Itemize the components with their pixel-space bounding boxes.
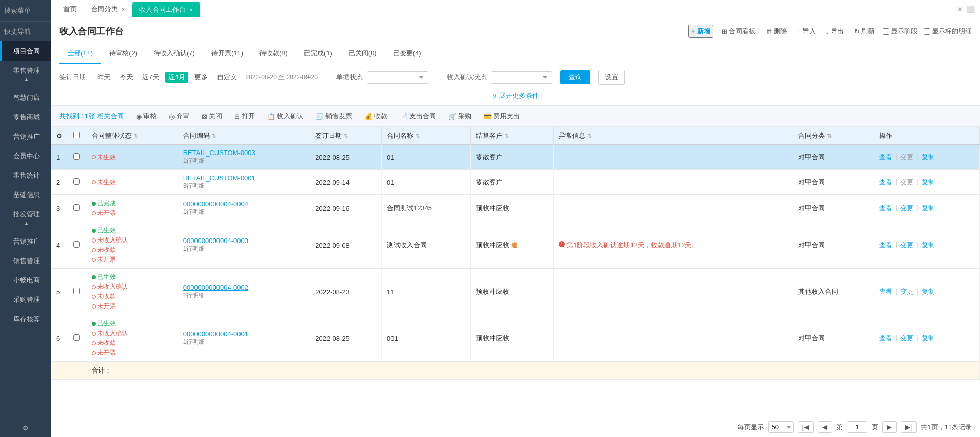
filter-tab-all[interactable]: 全部(11): [59, 43, 101, 64]
per-page-select[interactable]: 50 100 200: [768, 421, 794, 433]
filter-tab-pending-payment[interactable]: 待收款(8): [251, 43, 296, 64]
filter-tab-pending-confirm[interactable]: 待收入确认(7): [145, 43, 203, 64]
sidebar-quick-nav[interactable]: 快捷导航: [0, 22, 51, 41]
sidebar-item-member-center[interactable]: 会员中心: [0, 146, 51, 166]
doc-status-select[interactable]: [367, 71, 428, 84]
view-link[interactable]: 查看: [879, 178, 892, 187]
date-opt-more[interactable]: 更多: [191, 72, 211, 83]
delete-button[interactable]: 🗑 删除: [764, 26, 789, 37]
row-checkbox[interactable]: [68, 222, 86, 269]
filter-tab-completed[interactable]: 已完成(1): [296, 43, 340, 64]
sidebar-settings[interactable]: ⚙: [0, 419, 51, 437]
edit-link[interactable]: 变更: [900, 334, 913, 343]
contract-link[interactable]: 0000000000004-0004: [183, 200, 248, 208]
filter-tab-closed[interactable]: 已关闭(0): [340, 43, 385, 64]
edit-link[interactable]: 变更: [900, 287, 913, 296]
copy-link[interactable]: 复制: [922, 334, 935, 343]
first-page-button[interactable]: |◀: [798, 421, 814, 433]
payment-button[interactable]: 💰 收款: [360, 110, 391, 122]
income-confirm-button[interactable]: 📋 收入确认: [263, 110, 308, 122]
window-minimize-icon[interactable]: —: [946, 6, 953, 13]
copy-link[interactable]: 复制: [922, 204, 935, 213]
sidebar-item-smart-store[interactable]: 智慧门店: [0, 88, 51, 107]
filter-tab-pending-invoice[interactable]: 待开票(11): [203, 43, 251, 64]
purchase-button[interactable]: 🛒 采购: [444, 110, 475, 122]
date-opt-yesterday[interactable]: 昨天: [94, 72, 114, 83]
copy-link[interactable]: 复制: [922, 152, 935, 162]
date-opt-1month[interactable]: 近1月: [165, 72, 188, 83]
show-detail-checkbox[interactable]: 显示标的明细: [924, 27, 972, 36]
contract-link[interactable]: 0000000000004-0003: [183, 237, 248, 245]
view-link[interactable]: 查看: [879, 287, 892, 296]
sidebar-item-inventory[interactable]: 库存核算: [0, 310, 51, 329]
contract-link[interactable]: 0000000000004-0001: [183, 330, 248, 338]
sidebar-item-marketing2[interactable]: 营销推广: [0, 232, 51, 251]
col-settings[interactable]: ⚙: [51, 127, 68, 145]
sidebar-item-marketing[interactable]: 营销推广: [0, 127, 51, 146]
sidebar-item-retail-mall[interactable]: 零售商城: [0, 107, 51, 127]
export-button[interactable]: ↓ 导出: [824, 26, 846, 37]
view-link[interactable]: 查看: [879, 204, 892, 213]
contract-link[interactable]: 0000000000004-0002: [183, 283, 248, 291]
show-fields-checkbox[interactable]: 显示阶段: [883, 27, 918, 36]
expense-contract-button[interactable]: 📄 支出合同: [396, 110, 440, 122]
copy-link[interactable]: 复制: [922, 287, 935, 296]
view-link[interactable]: 查看: [879, 334, 892, 343]
audit-button[interactable]: ◉ 审核: [132, 110, 161, 122]
row-checkbox[interactable]: [68, 195, 86, 222]
copy-link[interactable]: 复制: [922, 241, 935, 250]
open-button[interactable]: ⊞ 打开: [230, 110, 259, 122]
view-link[interactable]: 查看: [879, 241, 892, 250]
page-input[interactable]: [847, 421, 867, 433]
prev-page-button[interactable]: ◀: [818, 421, 832, 433]
close-contract-button[interactable]: ⊠ 关闭: [198, 110, 226, 122]
sales-invoice-button[interactable]: 🧾 销售发票: [312, 110, 356, 122]
tab-home[interactable]: 首页: [56, 1, 84, 19]
sidebar-search[interactable]: 搜索菜单: [0, 0, 51, 22]
query-button[interactable]: 查询: [560, 70, 590, 84]
sidebar-item-basic-info[interactable]: 基础信息: [0, 185, 51, 205]
edit-link[interactable]: 变更: [900, 204, 913, 213]
edit-link[interactable]: 变更: [900, 241, 913, 250]
tab-contract-category[interactable]: 合同分类 ×: [84, 1, 132, 19]
date-opt-today[interactable]: 今天: [117, 72, 136, 83]
income-confirm-select[interactable]: [491, 71, 552, 84]
sidebar-item-retail-mgmt[interactable]: 零售管理 ▲: [0, 61, 51, 88]
row-checkbox[interactable]: [68, 269, 86, 315]
sidebar-item-purchase[interactable]: 采购管理: [0, 290, 51, 310]
contract-sub: 1行明细: [183, 291, 305, 300]
sidebar-item-ecommerce[interactable]: 小畅电商: [0, 271, 51, 290]
row-checkbox[interactable]: [68, 315, 86, 362]
next-page-button[interactable]: ▶: [882, 421, 897, 433]
row-checkbox[interactable]: [68, 170, 86, 195]
expense-out-button[interactable]: 💳 费用支出: [480, 110, 524, 122]
filter-tab-pending-review[interactable]: 待审核(2): [101, 43, 145, 64]
import-button[interactable]: ↑ 导入: [795, 26, 818, 37]
contract-link[interactable]: RETAIL_CUSTOM-0001: [183, 174, 255, 182]
filter-tab-changed[interactable]: 已变更(4): [385, 43, 429, 64]
contract-link[interactable]: RETAIL_CUSTOM-0003: [183, 149, 255, 157]
tab-contract-category-close[interactable]: ×: [122, 6, 125, 12]
sidebar-item-wholesale[interactable]: 批发管理 ▲: [0, 205, 51, 232]
date-opt-7days[interactable]: 近7天: [139, 72, 162, 83]
payment-icon: 💰: [364, 113, 373, 120]
refresh-button[interactable]: ↻ 刷新: [852, 26, 877, 37]
sidebar-item-project-contract[interactable]: 项目合同: [0, 41, 51, 61]
window-expand-icon[interactable]: ⬜: [967, 6, 975, 13]
view-link[interactable]: 查看: [879, 152, 892, 162]
kanban-button[interactable]: ⊞ 合同看板: [720, 26, 757, 37]
last-page-button[interactable]: ▶|: [901, 421, 917, 433]
date-opt-custom[interactable]: 自定义: [214, 72, 240, 83]
tab-income-contract-close[interactable]: ×: [190, 7, 193, 13]
abandon-audit-button[interactable]: ◎ 弃审: [165, 110, 193, 122]
expand-conditions-button[interactable]: ∨ 展开更多条件: [492, 91, 539, 100]
sidebar-item-sales-mgmt[interactable]: 销售管理: [0, 251, 51, 271]
copy-link[interactable]: 复制: [922, 178, 935, 187]
col-checkbox[interactable]: [68, 127, 86, 145]
settings-button[interactable]: 设置: [598, 70, 625, 85]
window-close-icon[interactable]: ✕: [957, 6, 963, 13]
new-button[interactable]: + 新增: [688, 25, 713, 38]
tab-income-contract[interactable]: 收入合同工作台 ×: [132, 2, 200, 17]
sidebar-item-retail-stats[interactable]: 零售统计: [0, 166, 51, 185]
row-checkbox[interactable]: [68, 145, 86, 170]
